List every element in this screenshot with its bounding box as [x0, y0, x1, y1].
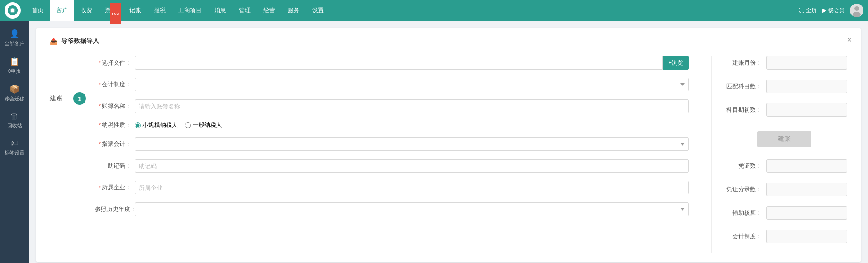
- tax-type-label: *纳税性质：: [95, 121, 131, 129]
- sidebar-item-tags[interactable]: 🏷 标签设置: [0, 135, 29, 160]
- company-input[interactable]: [135, 181, 689, 194]
- accounting-system-select[interactable]: [135, 78, 689, 91]
- layout: 👤 全部客户 📋 0申报 📦 账套迁移 🗑 回收站 🏷 标签设置 📥 导爷数据导…: [0, 21, 868, 263]
- voucher-count-label: 凭证数：: [721, 162, 762, 170]
- auxiliary-label: 辅助核算：: [721, 209, 762, 217]
- voucher-count-row: 凭证数：: [721, 159, 847, 173]
- invoice-badge: new: [110, 3, 121, 24]
- auxiliary-value: [766, 206, 847, 220]
- top-nav: 首页 客户 收费 票据 new 记账 报税 工商项目 消息 管理 经营 服务 设…: [0, 0, 868, 21]
- assign-accountant-label: *指派会计：: [95, 140, 131, 148]
- ledger-name-label: *账簿名称：: [95, 102, 131, 110]
- nav-message[interactable]: 消息: [208, 0, 232, 21]
- jianzhang-month-value: [766, 56, 847, 70]
- step-badge: 1: [73, 92, 86, 105]
- dialog-title: 导爷数据导入: [61, 37, 99, 45]
- nav-bookkeeping[interactable]: 记账: [123, 0, 147, 21]
- sidebar-item-migration[interactable]: 📦 账套迁移: [0, 80, 29, 106]
- voucher-count-value: [766, 159, 847, 173]
- nav-service[interactable]: 服务: [281, 0, 306, 21]
- voucher-entries-label: 凭证分录数：: [721, 185, 762, 193]
- form-left: *选择文件： +浏览 *会计制度：: [95, 56, 702, 224]
- customers-icon: 👤: [9, 29, 19, 39]
- radio-general-tax[interactable]: 一般纳税人: [185, 121, 222, 129]
- history-year-select[interactable]: [135, 202, 689, 216]
- migration-icon: 📦: [9, 84, 19, 94]
- radio-small-tax[interactable]: 小规模纳税人: [135, 121, 178, 129]
- fullscreen-button[interactable]: ⛶ 全屏: [799, 7, 817, 14]
- tags-icon: 🏷: [10, 139, 19, 148]
- sidebar-item-declaration[interactable]: 📋 0申报: [0, 53, 29, 78]
- section-label: 建账: [50, 94, 62, 103]
- memo-code-row: 助记码：: [95, 159, 689, 173]
- tax-radio-group: 小规模纳税人 一般纳税人: [135, 121, 689, 129]
- member-button[interactable]: ▶ 畅会员: [822, 7, 844, 14]
- import-icon: 📥: [50, 38, 57, 45]
- match-subjects-value: [766, 80, 847, 93]
- company-row: *所属企业：: [95, 181, 689, 194]
- sidebar: 👤 全部客户 📋 0申报 📦 账套迁移 🗑 回收站 🏷 标签设置: [0, 21, 29, 263]
- nav-customer[interactable]: 客户: [50, 0, 74, 21]
- auxiliary-row: 辅助核算：: [721, 206, 847, 220]
- main-content: 📥 导爷数据导入 × 建账 1 *选择文件: [29, 21, 868, 263]
- period-init-value: [766, 103, 847, 117]
- nav-items: 首页 客户 收费 票据 new 记账 报税 工商项目 消息 管理 经营 服务 设…: [25, 0, 799, 21]
- nav-tax[interactable]: 报税: [147, 0, 172, 21]
- member-icon: ▶: [822, 7, 826, 14]
- file-input-group: +浏览: [135, 56, 689, 70]
- nav-fee[interactable]: 收费: [74, 0, 99, 21]
- period-init-row: 科目期初数：: [721, 103, 847, 117]
- history-year-label: 参照历史年度：: [95, 205, 131, 213]
- accounting-system2-label: 会计制度：: [721, 232, 762, 240]
- voucher-entries-row: 凭证分录数：: [721, 183, 847, 196]
- form-right: 建账月份： 匹配科目数： 科目期初数： 建账: [711, 56, 847, 253]
- company-label: *所属企业：: [95, 183, 131, 192]
- voucher-entries-value: [766, 183, 847, 196]
- svg-point-3: [853, 12, 861, 17]
- nav-settings[interactable]: 设置: [306, 0, 330, 21]
- app-logo[interactable]: [5, 2, 21, 19]
- user-avatar[interactable]: [850, 4, 863, 17]
- sidebar-item-recycle[interactable]: 🗑 回收站: [0, 108, 29, 133]
- create-account-button[interactable]: 建账: [757, 131, 811, 147]
- history-year-row: 参照历史年度：: [95, 202, 689, 216]
- accounting-system2-value: [766, 230, 847, 243]
- accounting-system-label: *会计制度：: [95, 80, 131, 89]
- assign-accountant-select[interactable]: [135, 137, 689, 151]
- file-row: *选择文件： +浏览: [95, 56, 689, 70]
- recycle-icon: 🗑: [10, 112, 19, 121]
- close-button[interactable]: ×: [847, 35, 852, 45]
- jianzhang-month-row: 建账月份：: [721, 56, 847, 70]
- nav-invoice[interactable]: 票据 new: [99, 0, 123, 21]
- file-input[interactable]: [135, 56, 663, 70]
- declaration-icon: 📋: [9, 56, 19, 66]
- accounting-system2-row: 会计制度：: [721, 230, 847, 243]
- period-init-label: 科目期初数：: [721, 106, 762, 114]
- memo-code-label: 助记码：: [95, 162, 131, 170]
- match-subjects-label: 匹配科目数：: [721, 82, 762, 90]
- svg-point-2: [854, 6, 859, 11]
- ledger-name-input[interactable]: [135, 99, 689, 113]
- nav-right: ⛶ 全屏 ▶ 畅会员: [799, 4, 863, 17]
- memo-code-input[interactable]: [135, 159, 689, 173]
- tax-type-row: *纳税性质： 小规模纳税人 一般纳税人: [95, 121, 689, 129]
- nav-home[interactable]: 首页: [25, 0, 50, 21]
- accounting-system-row: *会计制度：: [95, 78, 689, 91]
- jianzhang-month-label: 建账月份：: [721, 59, 762, 67]
- browse-button[interactable]: +浏览: [663, 56, 689, 70]
- nav-operation[interactable]: 经营: [257, 0, 281, 21]
- dialog-card: 📥 导爷数据导入 × 建账 1 *选择文件: [36, 28, 861, 262]
- match-subjects-row: 匹配科目数：: [721, 80, 847, 93]
- ledger-name-row: *账簿名称：: [95, 99, 689, 113]
- dialog-header: 📥 导爷数据导入: [50, 37, 847, 45]
- fullscreen-icon: ⛶: [799, 7, 804, 14]
- file-label: *选择文件：: [95, 59, 131, 67]
- assign-accountant-row: *指派会计：: [95, 137, 689, 151]
- nav-business[interactable]: 工商项目: [172, 0, 208, 21]
- nav-manage[interactable]: 管理: [232, 0, 257, 21]
- sidebar-item-customers[interactable]: 👤 全部客户: [0, 25, 29, 51]
